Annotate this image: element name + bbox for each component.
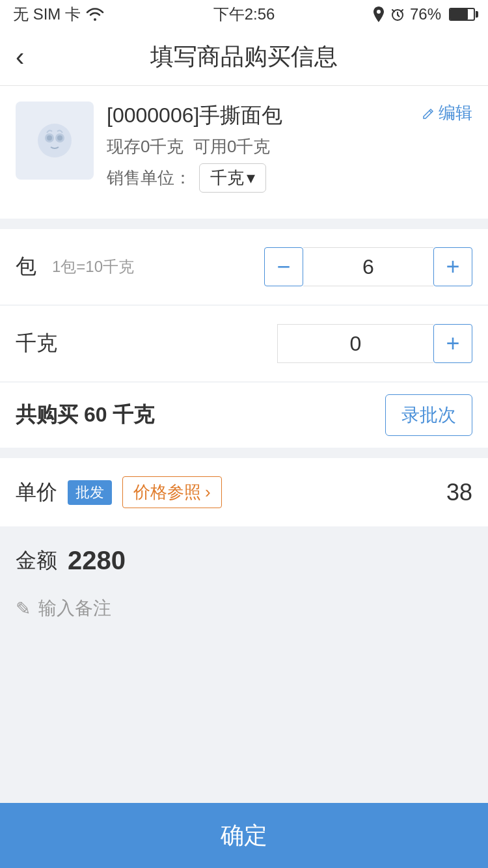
status-time: 下午2:56 (213, 4, 275, 25)
svg-point-1 (38, 124, 72, 157)
edit-button[interactable]: 编辑 (422, 102, 472, 124)
bao-minus-button[interactable]: − (264, 247, 303, 286)
amount-section: 金额 2280 ✎ 输入备注 (0, 528, 488, 639)
summary-text: 共购买 60 千克 (16, 401, 154, 429)
pencil-icon: ✎ (16, 598, 31, 619)
product-unit-row: 销售单位： 千克 ▾ (107, 163, 472, 193)
price-value: 38 (446, 479, 472, 506)
price-tag: 批发 (68, 480, 112, 505)
remark-placeholder: 输入备注 (38, 596, 111, 621)
price-ref-button[interactable]: 价格参照 › (122, 476, 222, 508)
kg-plus-button[interactable]: + (433, 324, 472, 363)
chevron-down-icon: ▾ (247, 168, 255, 188)
svg-point-4 (47, 135, 52, 141)
spacer (0, 639, 488, 808)
price-label: 单价 (16, 478, 57, 507)
bao-plus-button[interactable]: + (433, 247, 472, 286)
kg-input[interactable] (277, 324, 433, 363)
bao-controls: − + (264, 247, 472, 286)
kg-label: 千克 (16, 329, 57, 358)
product-name: [0000006]手撕面包 (107, 102, 472, 130)
product-image (16, 102, 94, 180)
amount-value: 2280 (68, 546, 126, 575)
status-bar-left: 无 SIM 卡 (13, 4, 104, 25)
confirm-button[interactable]: 确定 (0, 803, 488, 868)
bao-label: 包 (16, 252, 36, 281)
battery-icon (449, 8, 475, 21)
status-bar: 无 SIM 卡 下午2:56 76% (0, 0, 488, 29)
product-section: [0000006]手撕面包 现存0千克 可用0千克 销售单位： 千克 ▾ (0, 86, 488, 219)
edit-icon (422, 106, 436, 120)
location-icon (372, 7, 385, 22)
kg-section: 千克 + (0, 306, 488, 381)
product-logo (35, 121, 74, 160)
summary-section: 共购买 60 千克 录批次 (0, 383, 488, 448)
battery-percent: 76% (410, 5, 441, 23)
confirm-bar: 确定 (0, 803, 488, 868)
bao-input[interactable] (303, 247, 433, 286)
page-title: 填写商品购买信息 (150, 41, 338, 73)
wifi-icon (86, 8, 104, 21)
svg-point-5 (57, 135, 62, 141)
bao-section: 包 1包=10千克 − + (0, 229, 488, 305)
nav-bar: ‹ 填写商品购买信息 (0, 29, 488, 86)
carrier-text: 无 SIM 卡 (13, 4, 81, 25)
summary-value: 60 (84, 403, 107, 426)
product-info: [0000006]手撕面包 现存0千克 可用0千克 销售单位： 千克 ▾ (107, 102, 472, 193)
remark-row[interactable]: ✎ 输入备注 (16, 586, 472, 639)
amount-label: 金额 (16, 547, 57, 575)
kg-controls: + (277, 324, 472, 363)
batch-button[interactable]: 录批次 (385, 394, 472, 436)
bao-sublabel: 1包=10千克 (52, 256, 134, 277)
price-section: 单价 批发 价格参照 › 38 (0, 458, 488, 526)
status-bar-right: 76% (372, 5, 475, 23)
back-button[interactable]: ‹ (16, 42, 24, 72)
alarm-icon (390, 7, 405, 21)
arrow-icon: › (205, 482, 211, 502)
unit-select[interactable]: 千克 ▾ (199, 163, 266, 193)
product-stock: 现存0千克 可用0千克 (107, 135, 472, 158)
